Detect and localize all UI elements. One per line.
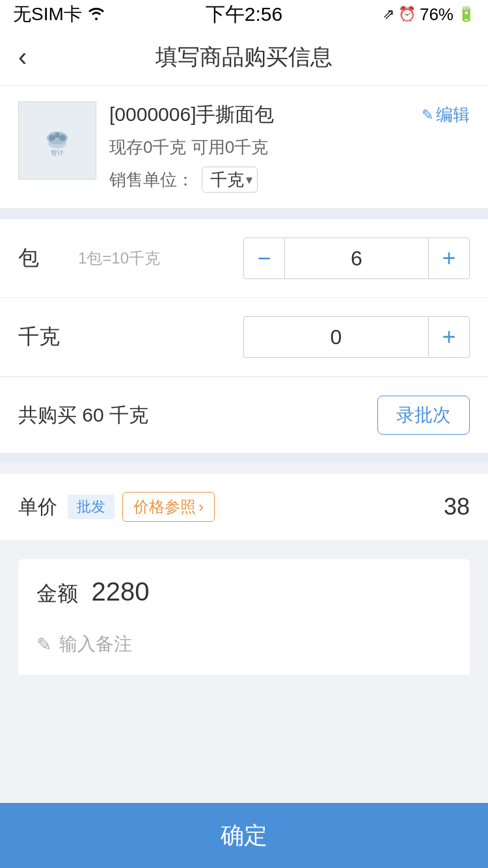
amount-label: 金额 bbox=[36, 582, 78, 605]
price-badge: 批发 bbox=[68, 495, 115, 519]
remark-row[interactable]: ✎ 输入备注 bbox=[18, 621, 470, 675]
edit-button[interactable]: ✎ 编辑 bbox=[422, 103, 470, 126]
price-section: 单价 批发 价格参照 › 38 bbox=[0, 474, 488, 541]
product-unit-row: 销售单位： 千克 bbox=[109, 167, 470, 193]
alarm-icon: ⏰ bbox=[398, 6, 416, 23]
amount-section: 金额 2280 ✎ 输入备注 bbox=[0, 541, 488, 675]
confirm-bar[interactable]: 确定 bbox=[0, 803, 488, 868]
price-ref-button[interactable]: 价格参照 › bbox=[122, 492, 215, 522]
kg-quantity-input[interactable] bbox=[243, 316, 428, 358]
divider-2 bbox=[0, 453, 488, 463]
carrier-text: 无SIM卡 bbox=[13, 2, 82, 27]
package-label: 包 bbox=[18, 244, 70, 273]
kg-quantity-row: 千克 + bbox=[0, 298, 488, 377]
amount-value: 2280 bbox=[91, 577, 149, 606]
svg-point-4 bbox=[48, 139, 66, 148]
kg-increment-button[interactable]: + bbox=[428, 316, 470, 358]
status-bar: 无SIM卡 下午2:56 ⇗ ⏰ 76% 🔋 bbox=[0, 0, 488, 29]
location-icon: ⇗ bbox=[383, 6, 394, 23]
amount-row: 金额 2280 bbox=[18, 559, 470, 621]
svg-point-3 bbox=[55, 133, 60, 138]
nav-bar: ‹ 填写商品购买信息 bbox=[0, 29, 488, 86]
product-image: 智计 bbox=[18, 102, 96, 180]
back-button[interactable]: ‹ bbox=[18, 42, 27, 72]
unit-label: 销售单位： bbox=[109, 169, 194, 191]
svg-text:智计: 智计 bbox=[51, 149, 64, 156]
product-name-row: [0000006]手撕面包 ✎ 编辑 bbox=[109, 102, 470, 128]
status-right: ⇗ ⏰ 76% 🔋 bbox=[383, 5, 475, 25]
kg-quantity-control: + bbox=[243, 316, 470, 358]
product-info: [0000006]手撕面包 ✎ 编辑 现存0千克 可用0千克 销售单位： 千克 bbox=[109, 102, 470, 193]
remark-placeholder: 输入备注 bbox=[59, 632, 132, 657]
confirm-button[interactable]: 确定 bbox=[221, 820, 267, 852]
product-name: [0000006]手撕面包 bbox=[109, 102, 274, 128]
pencil-icon: ✎ bbox=[36, 634, 51, 655]
price-ref-label: 价格参照 bbox=[133, 496, 196, 517]
price-value: 38 bbox=[444, 493, 470, 521]
batch-button[interactable]: 录批次 bbox=[377, 396, 470, 435]
wifi-icon bbox=[87, 4, 105, 25]
product-section: 智计 [0000006]手撕面包 ✎ 编辑 现存0千克 可用0千克 销售单位： … bbox=[0, 86, 488, 209]
package-increment-button[interactable]: + bbox=[428, 237, 470, 279]
divider-1 bbox=[0, 209, 488, 219]
edit-label: 编辑 bbox=[436, 103, 470, 126]
edit-icon: ✎ bbox=[422, 107, 433, 124]
price-label: 单价 bbox=[18, 494, 57, 521]
package-quantity-input[interactable] bbox=[285, 237, 428, 279]
package-hint: 1包=10千克 bbox=[78, 248, 243, 269]
kg-label: 千克 bbox=[18, 323, 70, 351]
price-ref-chevron: › bbox=[198, 498, 204, 516]
battery-icon: 🔋 bbox=[457, 6, 475, 23]
product-stock: 现存0千克 可用0千克 bbox=[109, 136, 470, 159]
package-quantity-control: − + bbox=[243, 237, 470, 279]
status-left: 无SIM卡 bbox=[13, 2, 105, 27]
package-quantity-row: 包 1包=10千克 − + bbox=[0, 219, 488, 298]
page-title: 填写商品购买信息 bbox=[156, 42, 332, 72]
status-time: 下午2:56 bbox=[206, 1, 282, 28]
quantity-section: 包 1包=10千克 − + 千克 + 共购买 60 千克 录批次 bbox=[0, 219, 488, 453]
package-decrement-button[interactable]: − bbox=[243, 237, 285, 279]
battery-text: 76% bbox=[420, 5, 454, 25]
unit-select-wrap[interactable]: 千克 bbox=[202, 167, 258, 193]
unit-select[interactable]: 千克 bbox=[202, 167, 258, 193]
summary-row: 共购买 60 千克 录批次 bbox=[0, 377, 488, 453]
summary-text: 共购买 60 千克 bbox=[18, 402, 148, 429]
